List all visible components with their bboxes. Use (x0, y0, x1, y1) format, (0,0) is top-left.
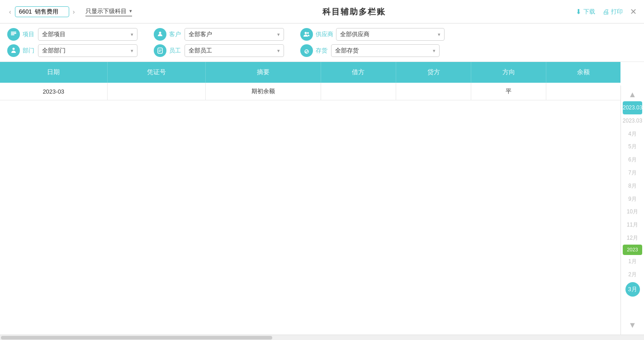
inventory-select-arrow: ▾ (433, 48, 436, 54)
svg-point-3 (305, 32, 307, 34)
department-select-arrow: ▾ (131, 48, 133, 54)
svg-rect-8 (159, 51, 161, 52)
project-select[interactable]: 全部项目 ▾ (38, 28, 137, 41)
filter-item-customer: 客户 全部客户 ▾ (154, 28, 284, 41)
col-credit: 贷方 (396, 62, 471, 83)
col-debit: 借方 (321, 62, 396, 83)
cell-balance (546, 83, 620, 100)
inventory-select[interactable]: 全部存货 ▾ (331, 44, 440, 57)
employee-select-arrow: ▾ (277, 48, 280, 54)
department-label: 部门 (23, 47, 35, 55)
table-main: 日期 凭证号 摘要 借方 贷方 方向 余额 2023-03 期初余额 (0, 62, 620, 335)
filter-row-2: 部门 全部部门 ▾ 员工 全部员工 ▾ (7, 44, 637, 57)
close-button[interactable]: ✕ (630, 7, 637, 17)
period-1[interactable]: 1月 (621, 255, 644, 268)
period-3-active[interactable]: 3月 (625, 282, 640, 297)
department-icon (7, 44, 20, 57)
project-select-arrow: ▾ (131, 32, 133, 38)
top-bar: ‹ 6601 销售费用 › 只显示下级科目 ▾ 科目辅助多栏账 ⬇ 下载 🖨 打… (0, 0, 644, 24)
project-select-value: 全部项目 (42, 30, 66, 38)
ledger-table: 日期 凭证号 摘要 借方 贷方 方向 余额 2023-03 期初余额 (0, 62, 620, 100)
svg-rect-2 (11, 34, 14, 35)
col-balance: 余额 (546, 62, 620, 83)
supplier-select-value: 全部供应商 (340, 30, 369, 38)
employee-select-value: 全部员工 (189, 47, 212, 55)
period-8[interactable]: 8月 (621, 179, 644, 193)
col-date: 日期 (0, 62, 107, 83)
account-code-box: 6601 销售费用 (15, 6, 69, 17)
filter-item-department: 部门 全部部门 ▾ (7, 44, 137, 57)
nav-prev-button[interactable]: ‹ (7, 7, 13, 16)
department-select-value: 全部部门 (42, 47, 66, 55)
scroll-down-button[interactable]: ▼ (629, 319, 637, 332)
filter-area: 项目 全部项目 ▾ 客户 全部客户 ▾ (0, 24, 644, 62)
cell-credit (396, 83, 471, 100)
inventory-select-value: 全部存货 (335, 47, 359, 55)
department-select[interactable]: 全部部门 ▾ (38, 44, 137, 57)
period-4[interactable]: 4月 (621, 128, 644, 141)
customer-select[interactable]: 全部客户 ▾ (185, 28, 284, 41)
show-sub-label: 只显示下级科目 (85, 7, 127, 15)
print-button[interactable]: 🖨 打印 (602, 8, 623, 16)
filter-item-employee: 员工 全部员工 ▾ (154, 44, 284, 57)
period-6[interactable]: 6月 (621, 153, 644, 166)
year-2023-badge[interactable]: 2023 (623, 245, 642, 255)
scrollbar-thumb[interactable] (1, 336, 272, 340)
horizontal-scrollbar[interactable] (0, 335, 644, 340)
customer-select-arrow: ▾ (277, 32, 280, 38)
period-3-container: 3月 (621, 281, 644, 298)
period-2023-03-top[interactable]: 2023.03 (623, 101, 642, 114)
period-10[interactable]: 10月 (621, 205, 644, 218)
customer-select-value: 全部客户 (189, 30, 212, 38)
filter-item-inventory: 存货 全部存货 ▾ (300, 44, 440, 57)
employee-select[interactable]: 全部员工 ▾ (185, 44, 284, 57)
supplier-label: 供应商 (316, 30, 333, 38)
supplier-select[interactable]: 全部供应商 ▾ (336, 28, 445, 41)
period-2[interactable]: 2月 (621, 268, 644, 281)
cell-date: 2023-03 (0, 83, 107, 100)
col-voucher: 凭证号 (107, 62, 206, 83)
period-9[interactable]: 9月 (621, 193, 644, 206)
print-icon: 🖨 (602, 8, 609, 15)
period-label: 2023.03 (623, 118, 642, 124)
cell-summary: 期初余额 (206, 83, 321, 100)
svg-point-4 (307, 32, 309, 34)
download-icon: ⬇ (576, 8, 582, 16)
svg-point-5 (13, 48, 15, 50)
period-label: 2023.03 (623, 104, 642, 111)
nav-next-button[interactable]: › (71, 7, 77, 16)
project-label: 项目 (23, 30, 35, 38)
customer-icon (154, 28, 166, 41)
period-11[interactable]: 11月 (621, 218, 644, 231)
svg-rect-6 (158, 48, 162, 53)
cell-debit (321, 83, 396, 100)
filter-item-supplier: 供应商 全部供应商 ▾ (300, 28, 445, 41)
show-sub-button[interactable]: 只显示下级科目 ▾ (85, 7, 132, 16)
employee-icon (154, 44, 166, 57)
filter-item-project: 项目 全部项目 ▾ (7, 28, 137, 41)
account-code: 6601 (19, 8, 32, 15)
supplier-icon (300, 28, 313, 41)
period-2023-03[interactable]: 2023.03 (621, 114, 644, 128)
supplier-select-arrow: ▾ (438, 32, 440, 38)
cell-voucher (107, 83, 206, 100)
period-7[interactable]: 7月 (621, 166, 644, 179)
period-5[interactable]: 5月 (621, 140, 644, 153)
col-direction: 方向 (471, 62, 546, 83)
download-button[interactable]: ⬇ 下载 (576, 8, 595, 16)
table-header-row: 日期 凭证号 摘要 借方 贷方 方向 余额 (0, 62, 620, 83)
account-name: 销售费用 (35, 8, 58, 16)
svg-rect-0 (11, 32, 16, 33)
employee-label: 员工 (169, 47, 182, 55)
customer-label: 客户 (169, 30, 182, 38)
cell-direction: 平 (471, 83, 546, 100)
scroll-up-button[interactable]: ▲ (629, 88, 637, 101)
download-label: 下载 (583, 8, 595, 16)
inventory-icon (300, 44, 313, 57)
page-title: 科目辅助多栏账 (132, 6, 576, 17)
main-window: ‹ 6601 销售费用 › 只显示下级科目 ▾ 科目辅助多栏账 ⬇ 下载 🖨 打… (0, 0, 644, 340)
table-row: 2023-03 期初余额 平 (0, 83, 620, 100)
inventory-label: 存货 (316, 47, 328, 55)
top-actions: ⬇ 下载 🖨 打印 (576, 8, 623, 16)
period-12[interactable]: 12月 (621, 231, 644, 245)
